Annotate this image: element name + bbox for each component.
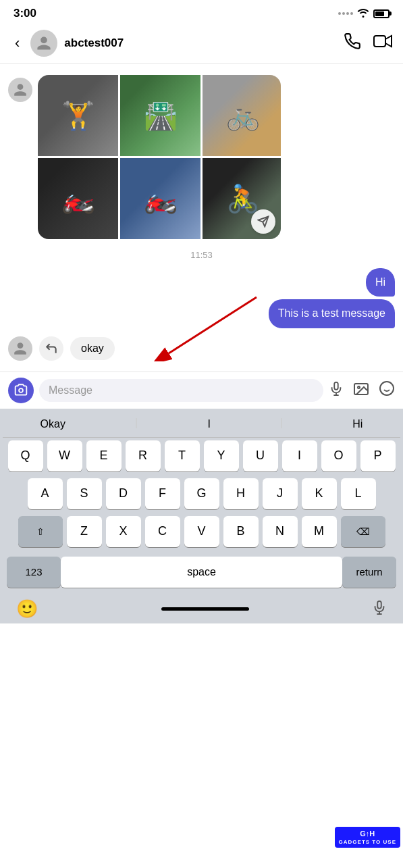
- home-indicator: [161, 607, 249, 611]
- message-timestamp: 11:53: [0, 245, 403, 268]
- photo-icon[interactable]: [353, 380, 369, 401]
- battery-icon: [373, 9, 389, 18]
- photo-5[interactable]: [120, 158, 200, 239]
- key-m[interactable]: M: [302, 516, 337, 547]
- return-key[interactable]: return: [342, 557, 396, 588]
- camera-button[interactable]: [8, 378, 34, 403]
- key-f[interactable]: F: [145, 478, 180, 509]
- bubble-test-message[interactable]: This is a test message: [269, 299, 395, 328]
- svg-rect-0: [374, 36, 385, 47]
- shift-key[interactable]: ⇧: [18, 516, 63, 547]
- header-actions: [344, 32, 392, 54]
- key-n[interactable]: N: [263, 516, 298, 547]
- keyboard-suggestions: Okay | I | Hi: [3, 414, 400, 438]
- numbers-key[interactable]: 123: [7, 557, 61, 588]
- sticker-icon[interactable]: [379, 380, 395, 401]
- key-x[interactable]: X: [106, 516, 141, 547]
- chat-header: ‹ abctest007: [0, 24, 403, 64]
- status-time: 3:00: [14, 7, 36, 20]
- svg-point-11: [358, 386, 360, 388]
- reaction-avatar: [8, 336, 32, 361]
- message-input[interactable]: Message: [39, 379, 323, 402]
- key-k[interactable]: K: [302, 478, 337, 509]
- signal-icon: [338, 12, 353, 15]
- message-row-test: This is a test message: [8, 299, 395, 328]
- back-button[interactable]: ‹: [11, 34, 24, 52]
- keyboard-bottom-bar: 🙂: [3, 593, 400, 623]
- photo-grid-container: [38, 75, 281, 239]
- key-o[interactable]: O: [321, 440, 356, 471]
- photo-1[interactable]: [38, 75, 118, 156]
- wifi-icon: [357, 8, 369, 20]
- key-g[interactable]: G: [184, 478, 219, 509]
- key-q[interactable]: Q: [8, 440, 43, 471]
- photo-3[interactable]: [203, 75, 281, 156]
- key-u[interactable]: U: [243, 440, 278, 471]
- watermark: G↑H GADGETS TO USE: [335, 827, 400, 848]
- keyboard-row-1: Q W E R T Y U I O P: [3, 440, 400, 471]
- sender-avatar: [8, 78, 32, 102]
- keyboard-row-4: 123 space return: [3, 554, 400, 593]
- key-c[interactable]: C: [145, 516, 180, 547]
- key-e[interactable]: E: [86, 440, 122, 471]
- messages-area: Hi This is a test message: [0, 268, 403, 328]
- key-d[interactable]: D: [106, 478, 141, 509]
- call-button[interactable]: [344, 32, 361, 54]
- space-key[interactable]: space: [61, 557, 342, 588]
- microphone-icon[interactable]: [329, 381, 344, 400]
- reaction-row: okay: [0, 331, 403, 366]
- svg-rect-7: [334, 382, 338, 390]
- keyboard: Okay | I | Hi Q W E R T Y U I O P A S D …: [0, 409, 403, 623]
- svg-point-6: [19, 388, 23, 392]
- contact-name[interactable]: abctest007: [64, 36, 337, 50]
- photo-message: [0, 70, 403, 245]
- photo-2[interactable]: [120, 75, 200, 156]
- key-z[interactable]: Z: [67, 516, 102, 547]
- emoji-button[interactable]: 🙂: [16, 598, 38, 619]
- message-row-hi: Hi: [8, 268, 395, 297]
- suggestion-hi[interactable]: Hi: [347, 417, 368, 432]
- dictation-icon[interactable]: [372, 600, 387, 618]
- reply-button[interactable]: [39, 336, 63, 361]
- key-w[interactable]: W: [47, 440, 82, 471]
- photo-grid: [38, 75, 281, 239]
- delete-key[interactable]: ⌫: [341, 516, 385, 547]
- key-p[interactable]: P: [360, 440, 396, 471]
- key-v[interactable]: V: [184, 516, 219, 547]
- svg-rect-15: [377, 601, 381, 609]
- key-j[interactable]: J: [263, 478, 298, 509]
- keyboard-row-3: ⇧ Z X C V B N M ⌫: [3, 516, 400, 547]
- forward-button[interactable]: [251, 209, 275, 234]
- input-bar: Message: [0, 372, 403, 409]
- input-icons: [329, 380, 395, 401]
- video-call-button[interactable]: [373, 32, 392, 54]
- status-icons: [338, 8, 389, 20]
- quick-reply-okay[interactable]: okay: [70, 337, 115, 360]
- key-a[interactable]: A: [28, 478, 63, 509]
- key-i[interactable]: I: [282, 440, 317, 471]
- status-bar: 3:00: [0, 0, 403, 24]
- bubble-hi[interactable]: Hi: [366, 268, 395, 297]
- key-h[interactable]: H: [223, 478, 259, 509]
- keyboard-row-2: A S D F G H J K L: [3, 478, 400, 509]
- key-l[interactable]: L: [341, 478, 376, 509]
- key-s[interactable]: S: [67, 478, 102, 509]
- key-b[interactable]: B: [223, 516, 259, 547]
- svg-point-12: [380, 382, 394, 395]
- photo-4[interactable]: [38, 158, 118, 239]
- key-r[interactable]: R: [126, 440, 161, 471]
- key-t[interactable]: T: [165, 440, 200, 471]
- contact-avatar: [30, 30, 57, 57]
- svg-marker-1: [385, 36, 392, 47]
- suggestion-i[interactable]: I: [202, 417, 215, 432]
- key-y[interactable]: Y: [204, 440, 239, 471]
- chat-area: 11:53 Hi This is a test message okay: [0, 64, 403, 372]
- message-placeholder: Message: [49, 384, 314, 397]
- suggestion-okay[interactable]: Okay: [35, 417, 71, 432]
